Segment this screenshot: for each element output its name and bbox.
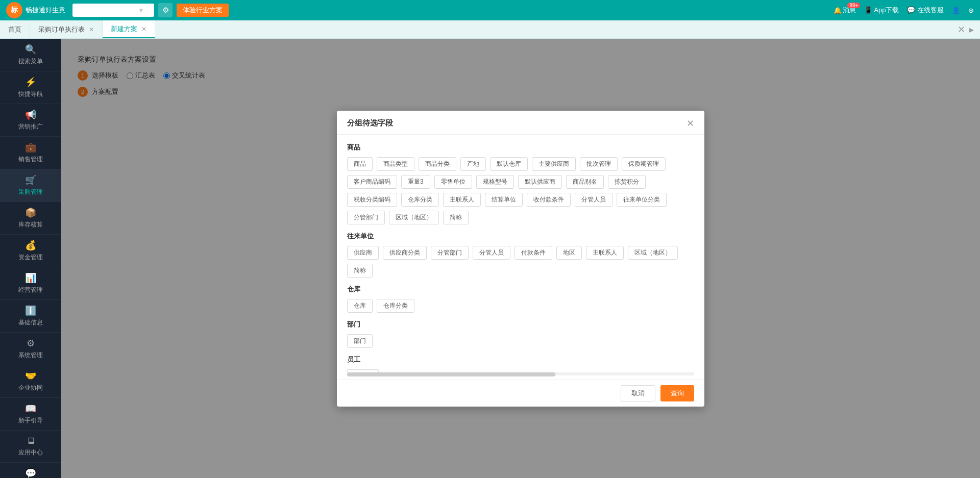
sidebar-label-basics: 基础信息 (18, 318, 43, 327)
chip-goods-short-name[interactable]: 简称 (443, 211, 469, 224)
chip-goods-expiry[interactable]: 保质期管理 (622, 157, 666, 171)
sidebar-item-guide[interactable]: 📖 新手引导 (0, 398, 61, 431)
chip-goods-warehouse[interactable]: 默认仓库 (490, 157, 528, 171)
chip-goods-weight[interactable]: 重量3 (401, 175, 430, 189)
tab-minimize-icon[interactable]: ✕ (958, 24, 965, 35)
logo-area: 标 畅捷通好生意 (6, 2, 67, 18)
chip-goods-manager[interactable]: 分管人员 (575, 193, 612, 207)
chip-goods-main-supplier[interactable]: 主要供应商 (532, 157, 576, 171)
chip-goods-biz-category[interactable]: 往来单位分类 (617, 193, 667, 207)
gear-icon: ⚙ (162, 6, 169, 15)
chip-goods-origin[interactable]: 产地 (460, 157, 486, 171)
chip-goods-tax-code[interactable]: 税收分类编码 (347, 193, 397, 207)
sidebar-item-system[interactable]: ⚙ 系统管理 (0, 333, 61, 365)
chip-goods-region[interactable]: 区域（地区） (389, 211, 439, 224)
chip-goods-spec[interactable]: 规格型号 (476, 175, 514, 189)
chip-goods-customer-code[interactable]: 客户商品编码 (347, 175, 397, 189)
chip-goods-batch[interactable]: 批次管理 (580, 157, 618, 171)
section-label-employee: 员工 (347, 355, 694, 364)
chip-goods-retail-unit[interactable]: 零售单位 (434, 175, 472, 189)
tab-bar-controls: ✕ ▸ (958, 20, 980, 38)
user-avatar[interactable]: 👤 (952, 7, 960, 14)
chip-warehouse-main[interactable]: 仓库 (347, 299, 373, 313)
chip-goods-main-contact[interactable]: 主联系人 (443, 193, 481, 207)
chip-partner-area[interactable]: 区域（地区） (628, 246, 678, 260)
modal-footer: 取消 查询 (337, 380, 704, 407)
sidebar-item-wechat[interactable]: 💬 企业微信 (0, 463, 61, 478)
sidebar-item-quicknav[interactable]: ⚡ 快捷导航 (0, 71, 61, 104)
sidebar-label-sales: 销售管理 (18, 155, 43, 164)
sidebar-item-appcenter[interactable]: 🖥 应用中心 (0, 431, 61, 463)
chip-goods-dept[interactable]: 分管部门 (347, 211, 385, 224)
operations-icon: 📊 (25, 272, 36, 284)
sidebar-label-quicknav: 快捷导航 (18, 90, 43, 98)
modal-overlay: 分组待选字段 ✕ 商品 商品 商品类型 商品分类 产地 默认仓库 主要供应商 批… (61, 39, 980, 478)
search-input-wrap[interactable]: ▼ (72, 4, 154, 17)
expand-icon[interactable]: ⊕ (968, 7, 974, 14)
chip-emp-salesman[interactable]: 业务员 (347, 369, 379, 372)
modal-cancel-button[interactable]: 取消 (621, 385, 655, 401)
chip-dept-main[interactable]: 部门 (347, 334, 373, 348)
tab-new-plan-label: 新建方案 (111, 24, 137, 34)
cooperation-icon: 🤝 (25, 370, 36, 382)
chip-goods-payment-terms[interactable]: 收付款条件 (527, 193, 571, 207)
tab-more-icon[interactable]: ▸ (969, 24, 974, 35)
search-input[interactable] (77, 7, 138, 14)
sidebar-item-operations[interactable]: 📊 经营管理 (0, 267, 61, 300)
sidebar-item-search[interactable]: 🔍 搜索菜单 (0, 39, 61, 71)
search-icon: 🔍 (25, 44, 36, 55)
chip-warehouse-cat[interactable]: 仓库分类 (377, 299, 414, 313)
chip-goods-category[interactable]: 商品分类 (419, 157, 456, 171)
chip-partner-dept[interactable]: 分管部门 (431, 246, 469, 260)
online-service-button[interactable]: 💬 在线客服 (907, 6, 944, 15)
message-button[interactable]: 🔔 消息 99+ (834, 6, 856, 15)
section-label-warehouse: 仓库 (347, 285, 694, 294)
chip-goods-settle-unit[interactable]: 结算单位 (485, 193, 523, 207)
chip-goods-alias[interactable]: 商品别名 (566, 175, 604, 189)
trial-button[interactable]: 体验行业方案 (177, 4, 229, 17)
sidebar-label-appcenter: 应用中心 (18, 448, 43, 457)
sidebar-label-operations: 经营管理 (18, 286, 43, 294)
tab-new-plan[interactable]: 新建方案 ✕ (103, 20, 155, 38)
basics-icon: ℹ️ (25, 305, 36, 316)
sidebar-item-finance[interactable]: 💰 资金管理 (0, 235, 61, 267)
appcenter-icon: 🖥 (26, 436, 35, 446)
sidebar-item-sales[interactable]: 💼 销售管理 (0, 137, 61, 169)
chip-partner-supplier[interactable]: 供应商 (347, 246, 379, 260)
sidebar-item-inventory[interactable]: 📦 库存核算 (0, 202, 61, 235)
horizontal-scrollbar[interactable] (347, 372, 694, 375)
sidebar-item-cooperation[interactable]: 🤝 企业协同 (0, 365, 61, 398)
chips-goods: 商品 商品类型 商品分类 产地 默认仓库 主要供应商 批次管理 保质期管理 客户… (347, 157, 694, 224)
message-badge: 99+ (847, 3, 860, 8)
chip-partner-person[interactable]: 分管人员 (473, 246, 510, 260)
chip-goods-default-supplier[interactable]: 默认供应商 (518, 175, 562, 189)
sales-icon: 💼 (25, 142, 36, 153)
tab-purchase-order[interactable]: 采购订单执行表 ✕ (30, 20, 103, 38)
modal-confirm-button[interactable]: 查询 (660, 385, 694, 401)
sidebar-label-guide: 新手引导 (18, 416, 43, 425)
tab-home-label: 首页 (8, 25, 21, 34)
sidebar-item-purchase[interactable]: 🛒 采购管理 (0, 169, 61, 202)
chip-goods-warehouse-category[interactable]: 仓库分类 (401, 193, 439, 207)
tab-purchase-close[interactable]: ✕ (89, 26, 94, 33)
chip-partner-payment[interactable]: 付款条件 (514, 246, 552, 260)
tab-home[interactable]: 首页 (0, 20, 30, 38)
search-area: ▼ ⚙ 体验行业方案 (72, 3, 229, 17)
tab-new-plan-close[interactable]: ✕ (141, 26, 146, 33)
quicknav-icon: ⚡ (25, 77, 36, 88)
sidebar-item-basics[interactable]: ℹ️ 基础信息 (0, 300, 61, 333)
chip-goods-type[interactable]: 商品类型 (377, 157, 414, 171)
gear-button[interactable]: ⚙ (158, 3, 173, 17)
sidebar-label-system: 系统管理 (18, 351, 43, 360)
chip-partner-region[interactable]: 地区 (556, 246, 582, 260)
modal-close-button[interactable]: ✕ (687, 118, 694, 129)
search-dropdown-icon: ▼ (138, 7, 144, 14)
field-select-modal: 分组待选字段 ✕ 商品 商品 商品类型 商品分类 产地 默认仓库 主要供应商 批… (337, 111, 704, 407)
app-download-button[interactable]: 📱 App下载 (864, 6, 899, 15)
chip-partner-short[interactable]: 简称 (347, 264, 373, 278)
sidebar-item-marketing[interactable]: 📢 营销推广 (0, 104, 61, 137)
chip-partner-category[interactable]: 供应商分类 (383, 246, 427, 260)
chip-goods-product[interactable]: 商品 (347, 157, 373, 171)
chip-partner-contact[interactable]: 主联系人 (586, 246, 624, 260)
chip-goods-pick-score[interactable]: 拣货积分 (608, 175, 646, 189)
